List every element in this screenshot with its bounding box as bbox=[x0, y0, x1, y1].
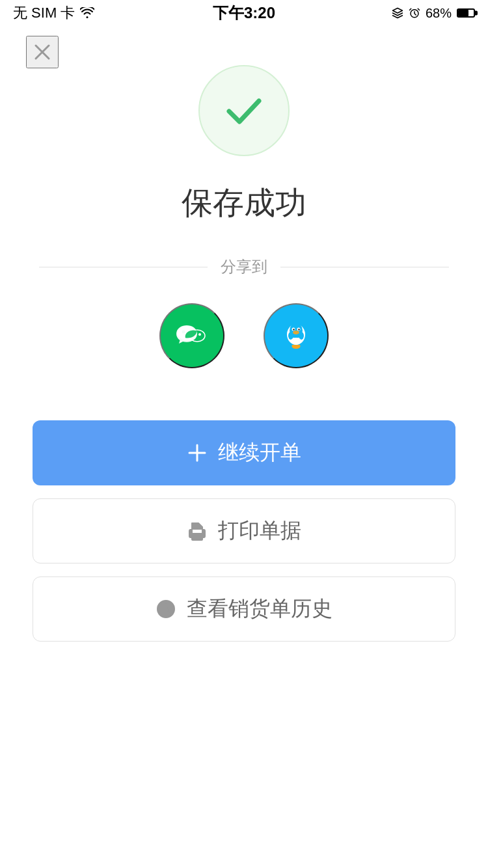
svg-point-16 bbox=[291, 338, 301, 344]
share-divider: 分享到 bbox=[0, 256, 488, 277]
plus-icon bbox=[187, 442, 208, 463]
close-button[interactable] bbox=[26, 36, 59, 68]
battery-percent: 68% bbox=[426, 6, 452, 21]
location-icon bbox=[392, 7, 403, 19]
continue-label: 继续开单 bbox=[218, 439, 301, 467]
status-right: 68% bbox=[392, 6, 475, 21]
share-icons-container bbox=[159, 303, 329, 368]
print-button[interactable]: 打印单据 bbox=[33, 498, 455, 563]
action-buttons: 继续开单 打印单据 查看销货单历史 bbox=[0, 420, 488, 642]
success-icon-circle bbox=[198, 65, 290, 156]
wechat-icon bbox=[172, 316, 211, 355]
success-title: 保存成功 bbox=[182, 182, 306, 224]
svg-rect-17 bbox=[192, 534, 202, 540]
status-bar: 无 SIM 卡 下午3:20 68% bbox=[0, 0, 488, 26]
printer-icon bbox=[187, 521, 208, 541]
checkmark-icon bbox=[221, 88, 267, 133]
wifi-icon bbox=[80, 7, 94, 19]
svg-point-11 bbox=[293, 329, 294, 330]
clock-icon bbox=[156, 599, 176, 619]
share-wechat-button[interactable] bbox=[159, 303, 224, 368]
svg-point-13 bbox=[293, 331, 299, 334]
svg-point-12 bbox=[298, 329, 299, 330]
share-label: 分享到 bbox=[208, 256, 280, 277]
divider-right bbox=[280, 267, 449, 267]
svg-point-15 bbox=[299, 332, 304, 340]
svg-point-14 bbox=[288, 332, 293, 340]
status-time: 下午3:20 bbox=[213, 3, 275, 23]
battery-icon bbox=[457, 8, 475, 18]
continue-button[interactable]: 继续开单 bbox=[33, 420, 455, 485]
history-button[interactable]: 查看销货单历史 bbox=[33, 576, 455, 642]
print-label: 打印单据 bbox=[218, 517, 301, 545]
svg-point-6 bbox=[198, 333, 201, 336]
main-content: 保存成功 分享到 bbox=[0, 26, 488, 868]
status-left: 无 SIM 卡 bbox=[13, 3, 94, 23]
divider-left bbox=[39, 267, 208, 267]
share-qq-button[interactable] bbox=[264, 303, 329, 368]
history-label: 查看销货单历史 bbox=[187, 595, 332, 623]
alarm-icon bbox=[409, 7, 420, 19]
sim-status: 无 SIM 卡 bbox=[13, 3, 75, 23]
qq-icon bbox=[277, 316, 316, 355]
